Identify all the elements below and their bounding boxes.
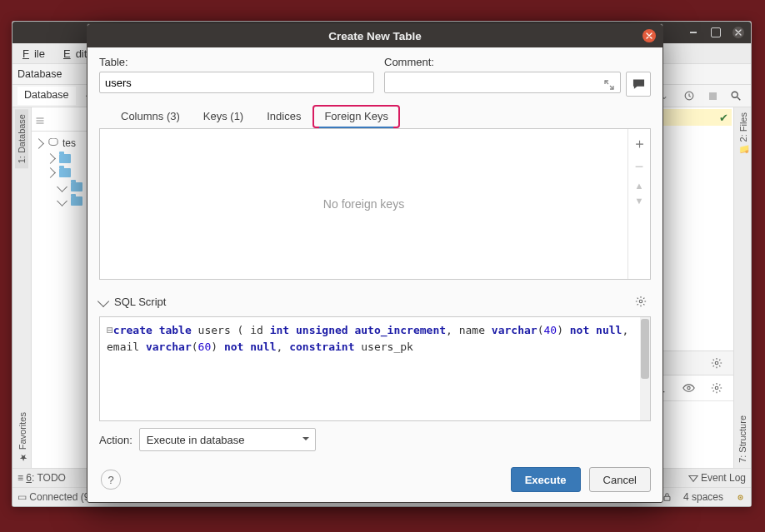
help-icon[interactable]: ?	[101, 470, 121, 490]
collapse-toggle-icon[interactable]	[98, 296, 109, 307]
cancel-button[interactable]: Cancel	[589, 467, 651, 492]
status-lock-icon[interactable]	[662, 492, 672, 502]
table-label: Table:	[99, 56, 374, 68]
status-indicator-icon: ▭	[18, 491, 27, 503]
toolwindow-eventlog[interactable]: Event Log	[688, 472, 746, 484]
dialog-title: Create New Table	[88, 24, 662, 47]
svg-point-2	[715, 361, 718, 365]
gear-icon[interactable]	[707, 353, 727, 373]
tool-tab-files[interactable]: 📁 2: Files	[736, 107, 750, 161]
tree-schema-1[interactable]	[35, 166, 90, 180]
tab-keys[interactable]: Keys (1)	[192, 105, 255, 128]
collapse-all-icon[interactable]	[35, 116, 45, 126]
database-tree: tes	[32, 107, 91, 468]
tree-folder-3[interactable]	[35, 194, 90, 208]
svg-point-4	[715, 386, 718, 390]
sql-preview[interactable]: ⊟create table users ( id int unsigned au…	[99, 316, 651, 421]
foreign-keys-list: No foreign keys ＋ − ▲ ▼	[99, 129, 651, 280]
right-gutter: 📁 2: Files 7: Structure	[733, 107, 751, 468]
tab-foreign-keys[interactable]: Foreign Keys	[312, 105, 400, 128]
folder-icon	[71, 182, 82, 191]
folder-icon	[59, 154, 71, 163]
status-inspections-icon[interactable]	[735, 492, 746, 503]
move-up-icon[interactable]: ▲	[635, 181, 644, 191]
eye-icon[interactable]	[678, 378, 698, 398]
sql-script-header[interactable]: SQL Script	[99, 291, 651, 311]
svg-point-1	[732, 92, 738, 97]
move-down-icon[interactable]: ▼	[635, 196, 644, 206]
svg-point-8	[639, 300, 642, 303]
action-label: Action:	[99, 434, 132, 446]
gear-icon[interactable]	[631, 291, 651, 311]
table-name-input[interactable]	[99, 72, 374, 93]
folder-icon	[71, 196, 82, 206]
folder-icon	[59, 168, 71, 177]
execute-button[interactable]: Execute	[511, 467, 581, 492]
search-icon[interactable]	[726, 86, 746, 106]
tree-datasource[interactable]: tes	[35, 135, 90, 152]
comment-browse-icon[interactable]	[626, 72, 651, 97]
menu-file[interactable]: File	[18, 46, 55, 62]
toolwindow-tab-database[interactable]: Database	[18, 87, 76, 105]
remove-row-icon[interactable]: −	[635, 158, 644, 176]
dialog-tabs: Columns (3) Keys (1) Indices Foreign Key…	[99, 105, 651, 129]
tab-columns[interactable]: Columns (3)	[109, 105, 192, 128]
left-gutter: 1: Database ★ Favorites	[12, 107, 32, 468]
datasource-icon	[48, 138, 59, 148]
svg-rect-5	[664, 496, 670, 500]
comment-label: Comment:	[384, 56, 651, 68]
window-minimize-icon[interactable]	[688, 27, 699, 38]
create-table-dialog: Create New Table Table: Comment:	[87, 23, 663, 503]
comment-input[interactable]	[384, 72, 621, 93]
tab-indices[interactable]: Indices	[255, 105, 312, 128]
tree-folder-2[interactable]	[35, 180, 90, 194]
status-indent[interactable]: 4 spaces	[683, 491, 723, 503]
history-icon[interactable]	[679, 86, 699, 106]
action-combo[interactable]: Execute in database	[139, 428, 316, 451]
breadcrumb[interactable]: Database	[18, 68, 62, 80]
close-icon[interactable]	[642, 29, 656, 42]
add-row-icon[interactable]: ＋	[632, 134, 647, 153]
toolwindow-todo[interactable]: ≡ 6: TODO	[18, 472, 66, 484]
tool-tab-favorites[interactable]: ★ Favorites	[15, 407, 29, 468]
svg-point-3	[687, 386, 689, 389]
window-close-icon[interactable]	[732, 27, 744, 38]
window-maximize-icon[interactable]	[711, 27, 721, 37]
tool-tab-structure[interactable]: 7: Structure	[736, 410, 749, 468]
svg-point-7	[740, 496, 742, 498]
stop-square-icon[interactable]	[702, 86, 722, 106]
empty-placeholder: No foreign keys	[100, 129, 628, 279]
expand-icon[interactable]	[604, 80, 616, 92]
tool-tab-database[interactable]: 1: Database	[15, 109, 28, 168]
gear-icon[interactable]	[707, 378, 727, 398]
tree-schema-0[interactable]	[35, 152, 90, 166]
